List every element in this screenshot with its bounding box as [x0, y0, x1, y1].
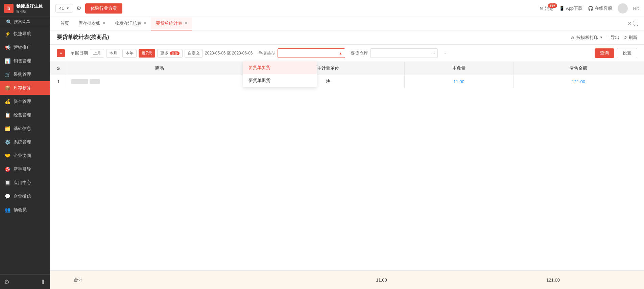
marketing-label: 营销推广 — [14, 44, 31, 50]
message-btn[interactable]: ✉ 消息 99+ — [540, 5, 554, 12]
logo-subtitle: 标准版 — [16, 9, 43, 14]
topbar-left: 41 ▼ ⚙ 体验行业方案 — [55, 3, 540, 14]
enterprise-icon: 🤝 — [4, 152, 11, 159]
sidebar-item-system[interactable]: ⚙️ 系统管理 — [0, 135, 50, 149]
app-label: App下载 — [566, 5, 582, 12]
apps-label: 应用中心 — [14, 180, 31, 186]
settings-btn[interactable]: 设置 — [617, 48, 637, 58]
logo-title: 畅捷通好生意 — [16, 3, 43, 9]
tab-order-summary-label: 要货单统计表 — [156, 20, 182, 26]
settings-footer-btn[interactable]: ⚙ — [4, 278, 9, 286]
tab-receive-summary-close[interactable]: ✕ — [143, 21, 146, 25]
filter-actions: 查询 设置 — [595, 48, 637, 58]
sidebar-item-finance[interactable]: 💰 资金管理 — [0, 95, 50, 108]
filter-expand-btn[interactable]: » — [57, 49, 65, 57]
sidebar-item-member[interactable]: 👥 畅会员 — [0, 203, 50, 217]
apps-icon: 🔲 — [4, 179, 11, 186]
basic-icon: 🗂️ — [4, 125, 11, 132]
sidebar-item-marketing[interactable]: 📢 营销推广 — [0, 41, 50, 54]
company-dropdown[interactable]: 41 ▼ — [55, 4, 73, 13]
trial-btn[interactable]: 体验行业方案 — [85, 3, 122, 14]
tab-inventory-batch[interactable]: 库存批次账 ✕ — [74, 17, 110, 30]
export-btn[interactable]: ↑ 导出 — [607, 35, 620, 41]
row-no: 1 — [50, 75, 67, 88]
custom-date-btn[interactable]: 自定义 — [185, 49, 203, 58]
dropdown-item-order-request[interactable]: 要货单要货 — [243, 61, 317, 74]
this-year-btn[interactable]: 本年 — [122, 49, 137, 58]
refresh-btn[interactable]: ↺ 刷新 — [623, 35, 637, 41]
tab-inventory-batch-close[interactable]: ✕ — [102, 21, 105, 25]
print-btn[interactable]: 🖨 按模板打印 ▼ — [571, 35, 603, 41]
company-name: 41 — [59, 6, 64, 11]
tab-order-summary-close[interactable]: ✕ — [184, 21, 187, 25]
dropdown-item-order-return[interactable]: 要货单退货 — [243, 74, 317, 87]
inventory-label: 库存核算 — [14, 85, 31, 91]
tab-home[interactable]: 首页 — [55, 17, 74, 30]
sidebar-item-enterprise[interactable]: 🤝 企业协同 — [0, 149, 50, 162]
col-qty-header: 主数量 — [405, 62, 513, 75]
page-actions: 🖨 按模板打印 ▼ ↑ 导出 ↺ 刷新 — [571, 35, 637, 41]
tab-receive-summary[interactable]: 收发存汇总表 ✕ — [110, 17, 151, 30]
more-filters-icon[interactable]: ··· — [443, 50, 448, 56]
sidebar-search[interactable]: 🔍 搜索菜单 — [0, 17, 50, 27]
row-amount[interactable]: 121.00 — [513, 75, 644, 88]
tab-order-summary[interactable]: 要货单统计表 ✕ — [151, 17, 192, 30]
sidebar-item-quick-nav[interactable]: ⚡ 快捷导航 — [0, 27, 50, 41]
date-filter-label: 单据日期 — [70, 50, 88, 56]
expand-tabs-btn[interactable]: ⛶ — [633, 21, 639, 27]
app-icon: 📱 — [559, 6, 565, 11]
prev-month-btn[interactable]: 上月 — [90, 49, 104, 58]
warehouse-input[interactable]: ··· — [370, 48, 438, 58]
column-settings-icon[interactable]: ⚙ — [56, 66, 61, 71]
toggle-sidebar-btn[interactable]: ⏸ — [40, 279, 46, 286]
sidebar-item-purchase[interactable]: 🛒 采购管理 — [0, 68, 50, 81]
basic-label: 基础信息 — [14, 126, 31, 132]
username-label: Rit — [633, 6, 639, 11]
more-dates-btn[interactable]: 更多 更多 — [157, 49, 183, 58]
enterprise-label: 企业协同 — [14, 153, 31, 159]
last-7days-btn[interactable]: 近7天 — [139, 49, 155, 58]
table-header-row: ⚙ 商品 主计量单位 主数量 零售金额 — [50, 62, 644, 75]
row-product — [67, 75, 252, 88]
row-qty[interactable]: 11.00 — [405, 75, 513, 88]
guide-label: 新手引导 — [14, 166, 31, 172]
online-service-btn[interactable]: 🎧 在线客服 — [588, 5, 612, 12]
topbar: 41 ▼ ⚙ 体验行业方案 ✉ 消息 99+ 📱 App下载 🎧 在线客服 Ri… — [50, 0, 644, 17]
sidebar-nav: ⚡ 快捷导航 📢 营销推广 📊 销售管理 🛒 采购管理 📦 库存核算 💰 资金管… — [0, 27, 50, 274]
sidebar-item-operation[interactable]: 📋 经营管理 — [0, 108, 50, 122]
this-month-btn[interactable]: 本月 — [106, 49, 120, 58]
avatar[interactable] — [618, 3, 628, 14]
wechat-label: 企业微信 — [14, 193, 31, 199]
guide-icon: 🎯 — [4, 166, 11, 173]
sidebar-item-inventory[interactable]: 📦 库存核算 — [0, 81, 50, 95]
purchase-label: 采购管理 — [14, 71, 31, 77]
col-product-header: 商品 — [67, 62, 252, 75]
col-settings-header[interactable]: ⚙ — [50, 62, 67, 75]
warehouse-filter-group: 要货仓库 ··· — [351, 48, 438, 58]
date-filter-group: 单据日期 上月 本月 本年 近7天 更多 更多 自定义 2023-05-06 至… — [70, 49, 253, 58]
sidebar-item-sales[interactable]: 📊 销售管理 — [0, 54, 50, 68]
purchase-icon: 🛒 — [4, 71, 11, 78]
main-content: 41 ▼ ⚙ 体验行业方案 ✉ 消息 99+ 📱 App下载 🎧 在线客服 Ri… — [50, 0, 644, 289]
app-download-btn[interactable]: 📱 App下载 — [559, 5, 582, 12]
type-select[interactable]: ▲ — [278, 48, 345, 58]
chevron-down-icon: ▼ — [66, 6, 69, 10]
sidebar-item-wechat[interactable]: 💬 企业微信 — [0, 190, 50, 203]
summary-empty-2 — [232, 274, 301, 286]
logo-text: 畅捷通好生意 标准版 — [16, 3, 43, 14]
query-btn[interactable]: 查询 — [595, 48, 614, 58]
message-icon: ✉ — [540, 6, 544, 11]
topbar-gear-icon[interactable]: ⚙ — [76, 5, 81, 12]
sidebar-item-basic[interactable]: 🗂️ 基础信息 — [0, 122, 50, 135]
sidebar-item-apps[interactable]: 🔲 应用中心 — [0, 176, 50, 190]
inventory-icon: 📦 — [4, 85, 11, 91]
sidebar-item-guide[interactable]: 🎯 新手引导 — [0, 162, 50, 176]
summary-label: 合计 — [67, 274, 232, 286]
tabs-bar: 首页 库存批次账 ✕ 收发存汇总表 ✕ 要货单统计表 ✕ ✕ ⛶ — [50, 17, 644, 30]
table-area: ⚙ 商品 主计量单位 主数量 零售金额 1 — [50, 62, 644, 270]
summary-row: 合计 11.00 121.00 — [50, 270, 644, 289]
close-all-tabs-btn[interactable]: ✕ — [627, 20, 632, 27]
search-label: 搜索菜单 — [14, 19, 30, 25]
type-filter-label: 单据类型 — [258, 50, 276, 56]
tab-inventory-batch-label: 库存批次账 — [78, 20, 100, 26]
